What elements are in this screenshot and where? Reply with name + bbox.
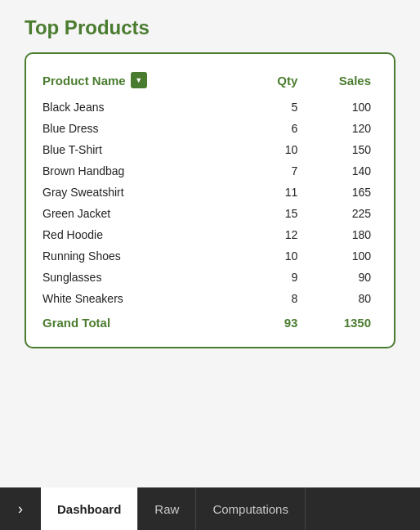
qty-cell: 10 — [253, 139, 305, 160]
qty-header: Qty — [253, 67, 305, 97]
sales-cell: 90 — [304, 267, 378, 288]
grand-total-sales: 1350 — [304, 309, 378, 334]
qty-cell: 5 — [253, 97, 305, 118]
product-name-dropdown[interactable] — [131, 72, 147, 88]
table-container: Product Name Qty Sales Black Jeans5100Bl… — [25, 52, 395, 348]
qty-cell: 9 — [253, 267, 305, 288]
grand-total-qty: 93 — [253, 309, 305, 334]
product-cell: Sunglasses — [42, 267, 253, 288]
product-cell: Brown Handbag — [42, 160, 253, 182]
table-row: Running Shoes10100 — [42, 245, 378, 267]
product-cell: Red Hoodie — [42, 224, 253, 245]
table-row: Blue T-Shirt10150 — [42, 139, 378, 160]
sales-cell: 80 — [304, 288, 378, 309]
table-row: Sunglasses990 — [42, 267, 378, 288]
product-cell: Running Shoes — [42, 245, 253, 267]
tab-raw[interactable]: Raw — [138, 487, 196, 530]
product-name-header: Product Name — [42, 67, 253, 97]
main-content: Top Products Product Name Qty Sales Blac… — [0, 0, 420, 487]
tab-dashboard[interactable]: Dashboard — [41, 487, 138, 530]
product-cell: Green Jacket — [42, 203, 253, 224]
qty-cell: 6 — [253, 118, 305, 139]
nav-arrow[interactable]: › — [0, 487, 41, 530]
sales-cell: 165 — [304, 182, 378, 203]
product-cell: Gray Sweatshirt — [42, 182, 253, 203]
qty-cell: 11 — [253, 182, 305, 203]
table-row: Blue Dress6120 — [42, 118, 378, 139]
table-row: Green Jacket15225 — [42, 203, 378, 224]
table-row: Brown Handbag7140 — [42, 160, 378, 182]
product-cell: Black Jeans — [42, 97, 253, 118]
products-table: Product Name Qty Sales Black Jeans5100Bl… — [42, 67, 378, 334]
sales-cell: 225 — [304, 203, 378, 224]
grand-total-row: Grand Total931350 — [42, 309, 378, 334]
table-row: Red Hoodie12180 — [42, 224, 378, 245]
grand-total-label: Grand Total — [42, 309, 253, 334]
table-row: White Sneakers880 — [42, 288, 378, 309]
qty-cell: 15 — [253, 203, 305, 224]
sales-cell: 140 — [304, 160, 378, 182]
qty-cell: 7 — [253, 160, 305, 182]
nav-tabs: Dashboard Raw Computations — [41, 487, 420, 530]
sales-header: Sales — [304, 67, 378, 97]
table-row: Gray Sweatshirt11165 — [42, 182, 378, 203]
product-cell: Blue T-Shirt — [42, 139, 253, 160]
sales-cell: 120 — [304, 118, 378, 139]
qty-cell: 10 — [253, 245, 305, 267]
qty-cell: 8 — [253, 288, 305, 309]
tab-computations[interactable]: Computations — [196, 487, 306, 530]
bottom-nav: › Dashboard Raw Computations — [0, 487, 420, 530]
product-cell: White Sneakers — [42, 288, 253, 309]
product-cell: Blue Dress — [42, 118, 253, 139]
section-title: Top Products — [25, 16, 395, 39]
table-row: Black Jeans5100 — [42, 97, 378, 118]
sales-cell: 180 — [304, 224, 378, 245]
qty-cell: 12 — [253, 224, 305, 245]
sales-cell: 100 — [304, 97, 378, 118]
sales-cell: 150 — [304, 139, 378, 160]
sales-cell: 100 — [304, 245, 378, 267]
